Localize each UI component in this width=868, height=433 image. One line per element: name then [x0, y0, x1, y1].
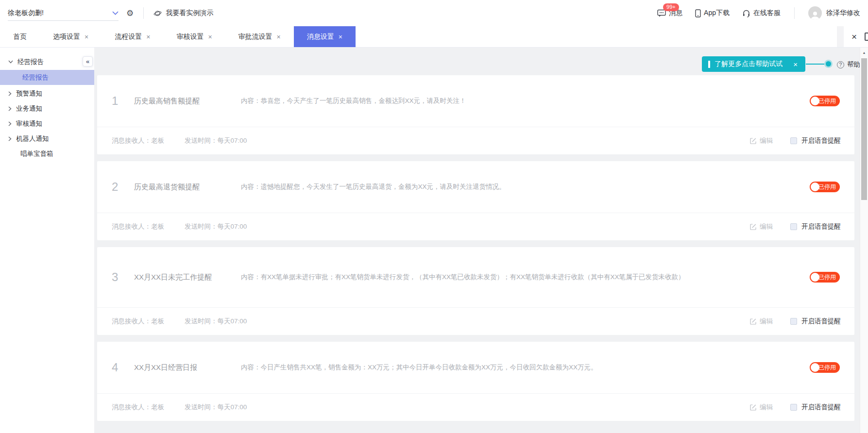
- tab-process-settings[interactable]: 流程设置 ×: [102, 26, 163, 47]
- user-menu[interactable]: 徐泽华修改: [808, 6, 860, 20]
- content-area: 了解更多点击帮助试试 × ? 帮助 1 历史最高销售额提醒 内容：恭喜您，今天产…: [94, 48, 868, 433]
- edit-label: 编辑: [760, 317, 773, 326]
- status-toggle[interactable]: 已停用: [810, 96, 840, 106]
- app-download-button[interactable]: App下载: [695, 9, 730, 17]
- caret-right-icon: [8, 121, 12, 126]
- voice-checkbox[interactable]: [790, 318, 797, 325]
- sidebar-item-label: 经营报告: [22, 73, 49, 82]
- card-title: XX月XX日未完工作提醒: [134, 272, 221, 283]
- sidebar-item-label: 业务通知: [16, 104, 42, 113]
- status-toggle[interactable]: 已停用: [810, 362, 840, 373]
- sidebar-item-label: 审核通知: [16, 119, 42, 128]
- sidebar-item-robot-notice[interactable]: 机器人通知: [0, 131, 94, 146]
- message-count-badge: 99+: [663, 3, 679, 11]
- receiver-label: 消息接收人：老板: [112, 317, 164, 326]
- top-bar: 徐老板勿删! ⚙ 我要看实例演示 99+: [0, 0, 868, 26]
- message-card: 1 历史最高销售额提醒 内容：恭喜您，今天产生了一笔历史最高销售，金额达到XX元…: [97, 75, 854, 154]
- tab-close-icon[interactable]: ×: [146, 33, 150, 41]
- edit-button[interactable]: 编辑: [750, 136, 773, 145]
- tab-close-icon[interactable]: ×: [208, 33, 212, 41]
- sidebar-item-review-notice[interactable]: 审核通知: [0, 116, 94, 131]
- help-label: 帮助: [847, 60, 860, 69]
- tab-close-icon[interactable]: ×: [85, 33, 88, 41]
- question-circle-icon: ?: [837, 61, 844, 68]
- voice-checkbox[interactable]: [790, 137, 797, 144]
- tab-option-settings[interactable]: 选项设置 ×: [40, 26, 102, 47]
- help-tooltip-text: 了解更多点击帮助试试: [715, 60, 783, 68]
- voice-reminder-toggle[interactable]: 开启语音提醒: [790, 222, 841, 231]
- card-top-row: 2 历史最高退货额提醒 内容：遗憾地提醒您，今天发生了一笔历史最高退货，金额为X…: [97, 161, 854, 213]
- sidebar-item-warning-notice[interactable]: 预警通知: [0, 86, 94, 101]
- caret-right-icon: [8, 91, 12, 96]
- status-toggle[interactable]: 已停用: [810, 272, 840, 283]
- card-meta-row: 消息接收人：老板 发送时间：每天07:00 编辑 开启语音: [97, 213, 854, 240]
- voice-label: 开启语音提醒: [801, 403, 841, 412]
- edit-button[interactable]: 编辑: [750, 317, 773, 326]
- status-toggle[interactable]: 已停用: [810, 182, 840, 192]
- messages-button[interactable]: 99+ 消息: [657, 9, 682, 17]
- username: 徐泽华修改: [826, 9, 860, 17]
- card-content: 内容：有XX笔单据未进行审批；有XX笔销货单未进行发货，（其中有XX笔已收款未发…: [241, 272, 810, 282]
- sidebar-item-business-report[interactable]: 经营报告: [0, 70, 94, 85]
- receiver-label: 消息接收人：老板: [112, 222, 164, 231]
- scrollbar-thumb[interactable]: [861, 58, 867, 200]
- demo-button[interactable]: 我要看实例演示: [153, 9, 213, 17]
- sidebar-item-speaker[interactable]: 唱单宝音箱: [0, 146, 94, 161]
- sidebar-item-business-notice[interactable]: 业务通知: [0, 101, 94, 116]
- status-label: 已停用: [818, 273, 836, 282]
- voice-reminder-toggle[interactable]: 开启语音提醒: [790, 136, 841, 145]
- fullscreen-icon[interactable]: [865, 33, 868, 41]
- headset-icon: [742, 9, 750, 17]
- tab-label: 审批流设置: [238, 33, 272, 41]
- online-service-button[interactable]: 在线客服: [742, 9, 781, 17]
- status-label: 已停用: [818, 97, 836, 105]
- tab-close-icon[interactable]: ×: [277, 33, 281, 41]
- edit-button[interactable]: 编辑: [750, 403, 773, 412]
- voice-reminder-toggle[interactable]: 开启语音提醒: [790, 403, 841, 412]
- sidebar-collapse-button[interactable]: «: [83, 56, 93, 67]
- tab-message-settings[interactable]: 消息设置 ×: [294, 26, 356, 47]
- tab-home[interactable]: 首页: [0, 26, 40, 47]
- tab-bar: 首页 选项设置 × 流程设置 × 审核设置 × 审批流设置 × 消息设置 × ×: [0, 26, 868, 48]
- voice-label: 开启语音提醒: [801, 136, 841, 145]
- receiver-label: 消息接收人：老板: [112, 403, 164, 412]
- sidebar-group-business-report[interactable]: 经营报告: [0, 54, 94, 69]
- tab-label: 消息设置: [307, 33, 334, 41]
- demo-label: 我要看实例演示: [166, 9, 213, 17]
- status-label: 已停用: [818, 183, 836, 191]
- card-number: 1: [112, 94, 128, 108]
- edit-label: 编辑: [760, 222, 773, 231]
- app-download-label: App下载: [704, 9, 730, 17]
- tab-bar-right: ×: [837, 26, 868, 47]
- toggle-knob: [811, 97, 819, 105]
- tooltip-close-icon[interactable]: ×: [793, 60, 798, 68]
- caret-right-icon: [8, 136, 12, 141]
- app-window: 徐老板勿删! ⚙ 我要看实例演示 99+: [0, 0, 868, 433]
- card-number: 2: [112, 180, 128, 194]
- edit-button[interactable]: 编辑: [750, 222, 773, 231]
- close-all-tabs-icon[interactable]: ×: [851, 32, 857, 42]
- company-select[interactable]: 徐老板勿删!: [8, 5, 119, 21]
- tab-close-icon[interactable]: ×: [339, 33, 342, 41]
- status-label: 已停用: [818, 364, 836, 372]
- vertical-scrollbar[interactable]: ▲: [860, 48, 868, 433]
- receiver-label: 消息接收人：老板: [112, 136, 164, 145]
- voice-checkbox[interactable]: [790, 404, 797, 411]
- tab-label: 审核设置: [176, 33, 204, 41]
- pencil-icon: [750, 137, 757, 144]
- message-card-list: 1 历史最高销售额提醒 内容：恭喜您，今天产生了一笔历史最高销售，金额达到XX元…: [97, 75, 854, 421]
- message-card: 4 XX月XX日经营日报 内容：今日产生销售共XX笔，销售金额为：XX万元；其中…: [97, 342, 854, 421]
- pencil-icon: [750, 318, 757, 325]
- voice-checkbox[interactable]: [790, 223, 797, 230]
- gear-icon[interactable]: ⚙: [126, 9, 134, 17]
- help-button[interactable]: ? 帮助: [837, 60, 860, 69]
- voice-reminder-toggle[interactable]: 开启语音提醒: [790, 317, 841, 326]
- tab-approval-flow-settings[interactable]: 审批流设置 ×: [225, 26, 294, 47]
- card-title: 历史最高退货额提醒: [134, 182, 221, 192]
- tab-label: 首页: [13, 33, 27, 41]
- company-name: 徐老板勿删!: [8, 9, 44, 17]
- tab-review-settings[interactable]: 审核设置 ×: [163, 26, 225, 47]
- pencil-icon: [750, 223, 757, 230]
- message-card: 3 XX月XX日未完工作提醒 内容：有XX笔单据未进行审批；有XX笔销货单未进行…: [97, 247, 854, 335]
- scroll-up-icon[interactable]: ▲: [860, 48, 868, 54]
